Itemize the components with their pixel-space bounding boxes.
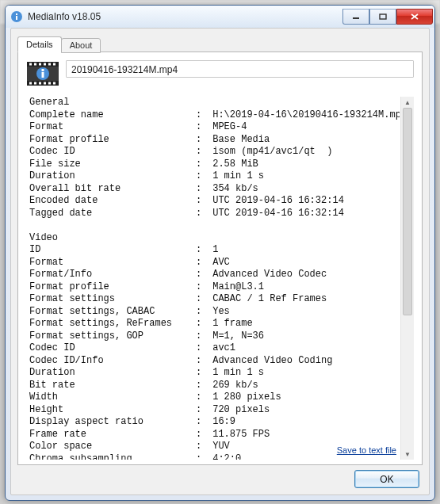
section-heading: Video <box>29 232 400 245</box>
minimize-icon <box>352 13 360 20</box>
section-heading: General <box>29 97 400 109</box>
close-button[interactable] <box>396 9 433 25</box>
svg-rect-18 <box>39 82 41 85</box>
info-value: 11.875 FPS <box>207 429 400 441</box>
info-row: Format profile: Base Media <box>29 134 400 147</box>
window-title: MediaInfo v18.05 <box>28 11 342 22</box>
info-value: Yes <box>207 306 400 319</box>
info-key: Color space <box>29 441 196 453</box>
info-key: Tagged date <box>29 208 196 220</box>
info-row: Format settings, GOP: M=1, N=36 <box>29 330 400 343</box>
maximize-button[interactable] <box>369 9 396 25</box>
separator: : <box>196 306 207 319</box>
save-to-text-link[interactable]: Save to text file <box>337 445 396 455</box>
info-row: Codec ID: isom (mp41/avc1/qt ) <box>29 146 400 158</box>
file-input[interactable]: 20190416-193214M.mp4 <box>66 60 414 78</box>
separator: : <box>196 380 207 392</box>
info-value: 269 kb/s <box>207 380 400 392</box>
info-key: Overall bit rate <box>29 183 196 196</box>
info-key: Chroma subsampling <box>29 453 196 460</box>
separator: : <box>196 453 207 460</box>
info-row: Format: AVC <box>29 257 400 269</box>
info-key: Display aspect ratio <box>29 416 196 429</box>
info-key: Codec ID/Info <box>29 355 196 368</box>
app-icon <box>10 10 23 23</box>
info-value: Main@L3.1 <box>207 281 400 294</box>
info-value: Advanced Video Coding <box>207 355 400 368</box>
separator: : <box>196 355 207 368</box>
svg-rect-14 <box>48 63 51 66</box>
dialog-footer: OK <box>17 465 423 488</box>
info-value: AVC <box>207 257 400 269</box>
info-row: Format settings, ReFrames: 1 frame <box>29 318 400 330</box>
svg-rect-11 <box>34 63 36 66</box>
separator: : <box>196 293 207 306</box>
info-row: Format profile: Main@L3.1 <box>29 281 400 294</box>
svg-rect-2 <box>16 16 17 20</box>
info-value: 2.58 MiB <box>207 158 400 171</box>
separator: : <box>196 170 207 183</box>
ok-button[interactable]: OK <box>354 470 419 488</box>
info-key: Duration <box>29 170 196 183</box>
info-row: Format settings, CABAC: Yes <box>29 306 400 319</box>
client-area: Details About <box>10 28 430 495</box>
info-row: Duration: 1 min 1 s <box>29 367 400 380</box>
separator: : <box>196 318 207 330</box>
mediainfo-icon <box>26 60 59 90</box>
separator: : <box>196 429 207 441</box>
svg-rect-3 <box>353 17 359 19</box>
info-value: 16:9 <box>207 416 400 429</box>
titlebar[interactable]: MediaInfo v18.05 <box>6 6 434 28</box>
info-value: 720 pixels <box>207 404 400 417</box>
tab-about[interactable]: About <box>61 38 101 53</box>
info-key: Width <box>29 391 196 404</box>
scroll-thumb[interactable] <box>403 108 412 315</box>
info-row: Format/Info: Advanced Video Codec <box>29 269 400 281</box>
separator: : <box>196 208 207 220</box>
svg-rect-13 <box>44 63 46 66</box>
close-icon <box>410 13 419 21</box>
info-key: Height <box>29 404 196 417</box>
info-key: Bit rate <box>29 380 196 392</box>
minimize-button[interactable] <box>342 9 369 25</box>
separator: : <box>196 330 207 343</box>
info-value: H:\2019-04-16\20190416-193214M.mp4 <box>207 109 400 122</box>
info-value: 1 min 1 s <box>207 367 400 380</box>
info-value: CABAC / 1 Ref Frames <box>207 293 400 306</box>
svg-rect-1 <box>16 13 17 15</box>
info-value: UTC 2019-04-16 16:32:14 <box>207 208 400 220</box>
separator: : <box>196 391 207 404</box>
svg-rect-21 <box>53 82 55 85</box>
maximize-icon <box>379 13 387 20</box>
separator: : <box>196 441 207 453</box>
info-value: Advanced Video Codec <box>207 269 400 281</box>
separator: : <box>196 195 207 208</box>
svg-rect-24 <box>42 72 44 78</box>
tab-details[interactable]: Details <box>17 36 62 52</box>
info-key: Format profile <box>29 134 196 147</box>
info-row: Frame rate: 11.875 FPS <box>29 429 400 441</box>
info-row: Complete name: H:\2019-04-16\20190416-19… <box>29 109 400 122</box>
scrollbar[interactable]: ▲ ▼ <box>400 97 414 460</box>
info-row: Codec ID: avc1 <box>29 342 400 355</box>
info-key: Format/Info <box>29 269 196 281</box>
separator: : <box>196 342 207 355</box>
scroll-down-icon[interactable]: ▼ <box>401 449 414 460</box>
info-row: File size: 2.58 MiB <box>29 158 400 171</box>
separator: : <box>196 109 207 122</box>
info-row: Duration: 1 min 1 s <box>29 170 400 183</box>
scroll-up-icon[interactable]: ▲ <box>401 97 414 108</box>
info-value: 354 kb/s <box>207 183 400 196</box>
svg-rect-4 <box>380 14 386 19</box>
info-value: 1 280 pixels <box>207 391 400 404</box>
info-row: Overall bit rate: 354 kb/s <box>29 183 400 196</box>
info-key: Duration <box>29 367 196 380</box>
svg-rect-20 <box>48 82 51 85</box>
separator: : <box>196 367 207 380</box>
info-row: Encoded date: UTC 2019-04-16 16:32:14 <box>29 195 400 208</box>
info-value: 1 min 1 s <box>207 170 400 183</box>
info-key: Codec ID <box>29 146 196 158</box>
info-value: 1 frame <box>207 318 400 330</box>
info-key: Format settings, ReFrames <box>29 318 196 330</box>
info-key: Format settings, GOP <box>29 330 196 343</box>
